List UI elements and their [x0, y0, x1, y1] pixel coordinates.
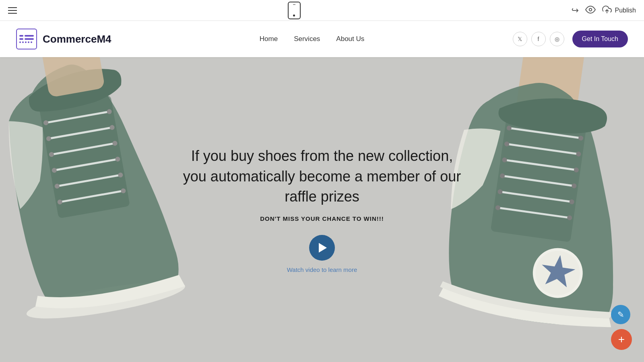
twitter-icon: 𝕏 — [518, 36, 522, 42]
preview-icon[interactable] — [585, 4, 596, 16]
facebook-button[interactable]: f — [531, 32, 546, 46]
logo-icon — [16, 29, 37, 49]
instagram-icon: ◎ — [555, 36, 559, 42]
undo-icon[interactable]: ↩ — [572, 5, 579, 16]
hamburger-menu-icon[interactable] — [8, 7, 17, 14]
site-header: CommerceM4 Home Services About Us 𝕏 f ◎ … — [0, 21, 644, 57]
publish-label: Publish — [615, 7, 636, 14]
logo-bar — [25, 38, 34, 40]
nav-services[interactable]: Services — [294, 35, 320, 43]
logo-bar — [19, 35, 23, 37]
nav-home[interactable]: Home — [260, 35, 278, 43]
logo-row-3 — [19, 41, 34, 43]
video-play-area: Watch video to learn more — [287, 235, 357, 273]
logo-row-2 — [19, 38, 34, 40]
twitter-button[interactable]: 𝕏 — [513, 32, 527, 46]
fab-area: ✎ + — [611, 305, 632, 350]
mobile-preview-icon[interactable] — [288, 2, 301, 19]
social-area: 𝕏 f ◎ Get In Touch — [513, 31, 628, 47]
hero-headline: If you buy shoes from the new collection… — [181, 146, 463, 207]
toolbar-center — [288, 2, 301, 19]
toolbar: ↩ Publish — [0, 0, 644, 21]
logo-bar — [25, 35, 34, 37]
toolbar-left — [8, 7, 17, 14]
logo-area: CommerceM4 — [16, 29, 111, 49]
get-in-touch-button[interactable]: Get In Touch — [572, 31, 628, 47]
instagram-button[interactable]: ◎ — [550, 32, 564, 46]
logo-dot — [19, 41, 21, 43]
nav-area: Home Services About Us — [260, 35, 364, 43]
toolbar-right: ↩ Publish — [572, 4, 636, 16]
upload-icon — [602, 5, 612, 16]
hero-content: If you buy shoes from the new collection… — [0, 57, 644, 362]
add-fab-button[interactable]: + — [611, 329, 632, 350]
play-button[interactable] — [309, 235, 335, 261]
logo-dot — [25, 41, 27, 43]
logo-row-1 — [19, 35, 34, 37]
publish-button[interactable]: Publish — [602, 5, 636, 16]
logo-bar — [19, 38, 23, 40]
nav-about-us[interactable]: About Us — [336, 35, 364, 43]
logo-dot — [28, 41, 29, 43]
edit-pencil-icon: ✎ — [617, 310, 624, 319]
facebook-icon: f — [538, 36, 539, 42]
hero-subheadline: DON'T MISS YOUR CHANCE TO WIN!!! — [260, 215, 384, 222]
edit-fab-button[interactable]: ✎ — [611, 305, 630, 324]
hero-section: If you buy shoes from the new collection… — [0, 57, 644, 362]
watch-video-link[interactable]: Watch video to learn more — [287, 266, 357, 273]
hero-background: If you buy shoes from the new collection… — [0, 57, 644, 362]
logo-dot — [22, 41, 24, 43]
add-plus-icon: + — [618, 333, 625, 346]
play-triangle-icon — [319, 243, 327, 253]
site-title: CommerceM4 — [43, 33, 111, 45]
logo-dot — [31, 41, 32, 43]
svg-point-0 — [589, 8, 592, 11]
